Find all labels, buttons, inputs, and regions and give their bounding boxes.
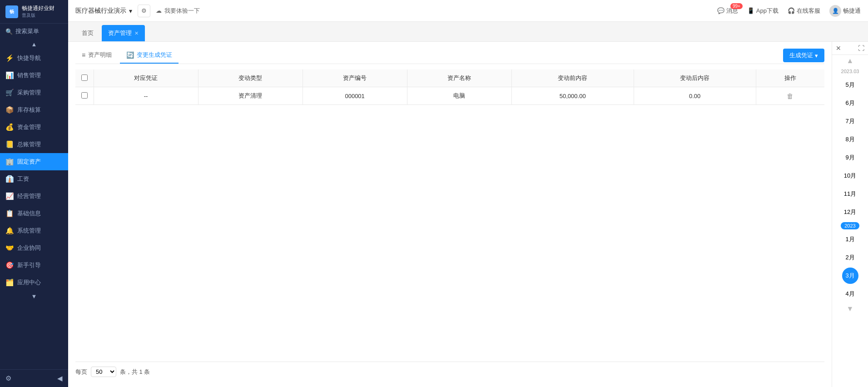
funds-icon: 💰 — [5, 123, 14, 131]
table-container: 对应凭证 变动类型 资产编号 资产名称 变动前内容 变动后内容 操作 — [75, 69, 824, 362]
messages-button[interactable]: 💬 消息 99+ — [717, 7, 738, 15]
select-all-checkbox[interactable] — [81, 74, 88, 81]
th-voucher: 对应凭证 — [94, 69, 198, 87]
company-selector[interactable]: 医疗器械行业演示 ▾ — [75, 7, 132, 15]
tabbar: 首页 资产管理 ✕ — [68, 22, 868, 42]
th-asset-code: 资产编号 — [303, 69, 407, 87]
sidebar-item-quick-nav[interactable]: ⚡ 快捷导航 — [0, 50, 68, 67]
logo-sub: 普及版 — [22, 12, 55, 19]
tab-close-icon[interactable]: ✕ — [134, 30, 139, 36]
year-2023-badge[interactable]: 2023 — [841, 222, 859, 229]
sidebar-item-payroll[interactable]: 👔 工资 — [0, 170, 68, 188]
inner-tab-change-voucher-label: 变更生成凭证 — [137, 51, 172, 59]
th-operation: 操作 — [756, 69, 824, 87]
fixed-assets-icon: 🏢 — [5, 158, 14, 166]
row-before-change: 50,000.00 — [511, 87, 634, 105]
main-area: 医疗器械行业演示 ▾ ⚙ ☁ 我要体验一下 💬 消息 99+ 📱 App下载 🎧… — [68, 0, 868, 387]
settings-icon[interactable]: ⚙ — [5, 374, 11, 382]
sidebar-item-app-center[interactable]: 🗂️ 应用中心 — [0, 274, 68, 291]
month-10[interactable]: 10月 — [842, 168, 858, 184]
sidebar-item-sales[interactable]: 📊 销售管理 — [0, 67, 68, 84]
tab-home-label: 首页 — [82, 29, 94, 37]
sidebar-item-inventory[interactable]: 📦 库存核算 — [0, 101, 68, 119]
experience-button[interactable]: ☁ 我要体验一下 — [156, 7, 200, 15]
inner-tab-change-voucher[interactable]: 🔄 变更生成凭证 — [120, 47, 179, 64]
month-5[interactable]: 5月 — [842, 77, 858, 93]
inventory-icon: 📦 — [5, 106, 14, 114]
row-checkbox[interactable] — [81, 92, 88, 99]
sidebar-item-enterprise[interactable]: 🤝 企业协同 — [0, 239, 68, 257]
online-service-button[interactable]: 🎧 在线客服 — [788, 7, 820, 15]
app-download-label: App下载 — [756, 7, 779, 15]
sidebar-search[interactable]: 🔍 搜索菜单 — [0, 24, 68, 39]
sidebar-item-funds[interactable]: 💰 资金管理 — [0, 119, 68, 136]
th-after-change: 变动后内容 — [634, 69, 756, 87]
avatar: 👤 — [829, 5, 841, 17]
date-nav-down[interactable]: ▼ — [845, 303, 856, 315]
settings-button[interactable]: ⚙ — [138, 5, 150, 17]
month-11[interactable]: 11月 — [842, 186, 858, 202]
guide-icon: 🎯 — [5, 261, 14, 269]
change-voucher-icon: 🔄 — [126, 51, 134, 59]
experience-label: 我要体验一下 — [164, 7, 200, 15]
month-4[interactable]: 4月 — [842, 286, 858, 302]
scroll-down-arrow[interactable]: ▼ — [0, 291, 68, 302]
messages-badge: 99+ — [730, 3, 743, 9]
month-9[interactable]: 9月 — [842, 149, 858, 166]
month-12[interactable]: 12月 — [842, 204, 858, 220]
inner-tabs: ≡ 资产明细 🔄 变更生成凭证 生成凭证 ▾ — [75, 47, 824, 64]
row-checkbox-cell — [75, 87, 94, 105]
sidebar-item-label: 资金管理 — [17, 123, 41, 131]
sales-icon: 📊 — [5, 71, 14, 79]
total-label: 条，共 1 条 — [120, 368, 150, 376]
sidebar-nav: ▲ ⚡ 快捷导航 📊 销售管理 🛒 采购管理 📦 库存核算 💰 资金管理 📒 总… — [0, 39, 68, 369]
scroll-up-arrow[interactable]: ▲ — [0, 39, 68, 50]
company-name: 医疗器械行业演示 — [75, 7, 126, 15]
tab-home[interactable]: 首页 — [75, 25, 100, 41]
system-icon: 🔔 — [5, 227, 14, 235]
sidebar-item-operations[interactable]: 📈 经营管理 — [0, 188, 68, 205]
month-3[interactable]: 3月 — [842, 268, 858, 284]
month-1[interactable]: 1月 — [842, 231, 858, 248]
sidebar-item-ledger[interactable]: 📒 总账管理 — [0, 136, 68, 153]
date-nav-up[interactable]: ▲ — [845, 55, 856, 67]
enterprise-icon: 🤝 — [5, 244, 14, 252]
collapse-icon[interactable]: ◀ — [57, 374, 63, 382]
sidebar-item-label: 销售管理 — [17, 71, 41, 79]
asset-detail-icon: ≡ — [82, 51, 85, 59]
download-icon: 📱 — [747, 7, 754, 14]
th-asset-name: 资产名称 — [407, 69, 511, 87]
sidebar-item-label: 企业协同 — [17, 244, 41, 252]
right-panel-header: ✕ ⛶ — [832, 42, 868, 55]
generate-voucher-button[interactable]: 生成凭证 ▾ — [783, 49, 824, 62]
online-service-label: 在线客服 — [797, 7, 820, 15]
app-download-button[interactable]: 📱 App下载 — [747, 7, 779, 15]
page-footer: 每页 50 10 20 100 条，共 1 条 — [75, 362, 824, 382]
expand-icon[interactable]: ⛶ — [858, 45, 864, 52]
month-2[interactable]: 2月 — [842, 249, 858, 266]
month-8[interactable]: 8月 — [842, 131, 858, 148]
close-icon[interactable]: ✕ — [836, 45, 841, 52]
data-table: 对应凭证 变动类型 资产编号 资产名称 变动前内容 变动后内容 操作 — [75, 69, 824, 105]
tab-asset-mgmt[interactable]: 资产管理 ✕ — [102, 25, 145, 41]
user-menu[interactable]: 👤 畅捷通 — [829, 5, 861, 17]
inner-tab-asset-detail[interactable]: ≡ 资产明细 — [75, 47, 118, 64]
app-center-icon: 🗂️ — [5, 278, 14, 287]
delete-icon[interactable]: 🗑 — [787, 92, 794, 100]
sidebar-item-label: 经营管理 — [17, 192, 41, 200]
page: ≡ 资产明细 🔄 变更生成凭证 生成凭证 ▾ — [68, 42, 832, 387]
month-6[interactable]: 6月 — [842, 95, 858, 111]
quick-nav-icon: ⚡ — [5, 54, 14, 62]
th-before-change: 变动前内容 — [511, 69, 634, 87]
service-icon: 🎧 — [788, 7, 795, 14]
purchase-icon: 🛒 — [5, 89, 14, 97]
sidebar-item-fixed-assets[interactable]: 🏢 固定资产 — [0, 153, 68, 170]
sidebar-item-guide[interactable]: 🎯 新手引导 — [0, 257, 68, 274]
page-size-select[interactable]: 50 10 20 100 — [91, 367, 116, 377]
sidebar-item-purchase[interactable]: 🛒 采购管理 — [0, 84, 68, 101]
message-icon: 💬 — [717, 7, 724, 14]
sidebar-item-system[interactable]: 🔔 系统管理 — [0, 222, 68, 239]
sidebar-item-label: 采购管理 — [17, 89, 41, 97]
month-7[interactable]: 7月 — [842, 113, 858, 129]
sidebar-item-basic-info[interactable]: 📋 基础信息 — [0, 205, 68, 222]
